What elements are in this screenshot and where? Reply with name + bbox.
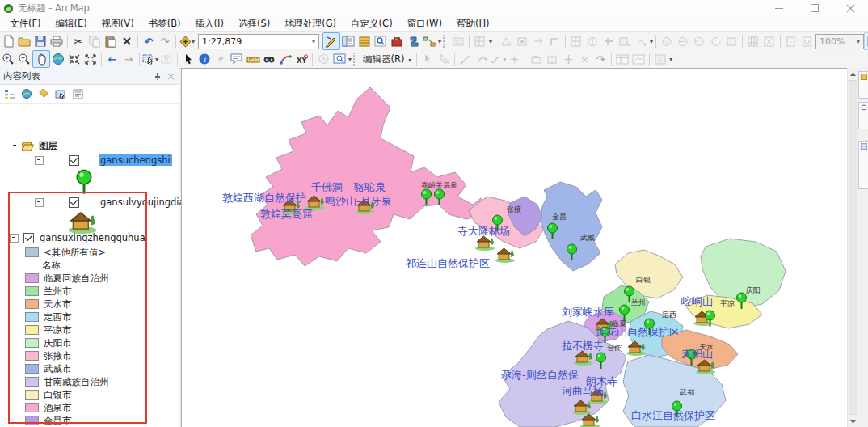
toolbar-overflow-icon[interactable]: ▾ <box>438 38 441 45</box>
collapse-icon[interactable] <box>35 156 44 165</box>
menubar-item[interactable]: 自定义(C) <box>343 16 400 31</box>
layer-checkbox[interactable] <box>69 155 79 166</box>
dock-tab-search[interactable] <box>858 102 868 129</box>
layer-row-gansuchengshi[interactable]: gansuchengshi <box>35 154 172 167</box>
arctoolbox-button[interactable] <box>389 33 405 49</box>
time-slider-button[interactable] <box>315 51 331 67</box>
zoom-in-button[interactable] <box>0 51 16 67</box>
python-window-button[interactable] <box>405 33 421 49</box>
rotate-tool-button[interactable] <box>576 51 592 67</box>
hyperlink-button[interactable] <box>213 51 229 67</box>
split-button[interactable] <box>560 51 576 67</box>
menubar-item[interactable]: 文件(F) <box>2 16 48 31</box>
create-features-button[interactable] <box>652 51 668 67</box>
layer-row-gansulvyoujingdian[interactable]: gansulvyoujingdian <box>35 196 192 209</box>
measure-button[interactable] <box>245 51 261 67</box>
scale-combobox[interactable]: 1:27,879 ▾ <box>198 34 319 49</box>
clear-selection-button[interactable] <box>158 51 175 67</box>
full-extent-button[interactable] <box>50 51 66 67</box>
poi-pin-icon[interactable] <box>704 310 716 330</box>
menubar-item[interactable]: 选择(S) <box>231 16 277 31</box>
toc-close-icon[interactable] <box>167 73 175 80</box>
menubar-item[interactable]: 编辑(E) <box>48 16 95 31</box>
copy-button[interactable] <box>86 33 103 49</box>
scroll-down-arrow-icon[interactable] <box>848 416 858 427</box>
poi-pin-icon[interactable] <box>433 188 445 209</box>
collapse-icon[interactable] <box>11 142 19 150</box>
paste-button[interactable] <box>103 33 119 49</box>
layer-name[interactable]: gansuchengshi <box>99 154 172 166</box>
maximize-button[interactable] <box>797 0 832 16</box>
collapse-icon[interactable] <box>10 234 19 243</box>
select-elements-button[interactable] <box>180 51 196 67</box>
toc-window-button[interactable] <box>340 33 356 49</box>
redo-button[interactable]: ↷ <box>157 33 173 49</box>
delete-button[interactable] <box>119 33 135 49</box>
modelbuilder-button[interactable] <box>421 33 437 49</box>
toolbar-overflow-icon[interactable]: ▾ <box>669 56 672 63</box>
poi-pin-icon[interactable] <box>595 352 607 372</box>
menubar-item[interactable]: 书签(B) <box>141 16 188 31</box>
menubar-item[interactable]: 地理处理(G) <box>277 16 343 31</box>
reshape-feature-button[interactable] <box>528 51 544 67</box>
poi-pin-icon[interactable] <box>546 222 558 243</box>
cut-button[interactable]: ✂ <box>70 33 86 49</box>
goto-xy-button[interactable]: XY <box>293 51 310 67</box>
undo-edit-button[interactable]: ↷ <box>592 51 609 67</box>
scrollbar-thumb[interactable] <box>849 80 857 415</box>
close-button[interactable] <box>832 0 868 16</box>
viewer-window-button[interactable] <box>331 51 348 67</box>
poi-hut-icon[interactable] <box>626 340 647 358</box>
save-button[interactable] <box>32 33 48 49</box>
collapse-icon[interactable] <box>35 198 44 207</box>
print-button[interactable] <box>48 33 65 49</box>
sketch-properties-button[interactable] <box>630 51 647 67</box>
list-by-drawing-order-button[interactable] <box>2 87 17 101</box>
fixed-zoom-out-button[interactable] <box>82 51 99 67</box>
new-document-button[interactable] <box>0 33 16 49</box>
layer-row-gansuxingzhengquhua[interactable]: gansuxingzhengquhua <box>10 231 147 244</box>
list-by-source-button[interactable] <box>19 87 34 101</box>
data-view-button[interactable] <box>864 32 868 50</box>
point-tool-button[interactable] <box>506 51 522 67</box>
pan-tool-button[interactable] <box>32 50 50 68</box>
add-data-button[interactable]: ▾ <box>179 33 195 49</box>
poi-pin-icon[interactable] <box>566 243 578 264</box>
identify-button[interactable]: i <box>196 51 213 67</box>
zoom-percent-combobox[interactable]: 100% ▾ <box>815 34 864 49</box>
editor-menu-button[interactable]: 编辑器(R) ▾ <box>360 53 414 66</box>
poi-hut-icon[interactable] <box>579 412 600 427</box>
menubar-item[interactable]: 窗口(W) <box>400 16 449 31</box>
toolbar-overflow-icon[interactable]: ▾ <box>348 56 352 63</box>
layer-name[interactable]: gansuxingzhengquhua <box>38 232 147 243</box>
poi-hut-icon[interactable] <box>495 247 516 265</box>
straight-segment-button[interactable] <box>457 51 474 67</box>
map-vertical-scrollbar[interactable] <box>847 68 858 427</box>
sketch-tool-toggle[interactable] <box>322 32 340 50</box>
list-by-selection-button[interactable] <box>53 87 68 101</box>
menubar-item[interactable]: 插入(I) <box>188 16 231 31</box>
minimize-button[interactable] <box>761 0 797 16</box>
open-folder-button[interactable] <box>16 33 32 49</box>
map-view[interactable]: 嘉峪关温泉张掖金昌武威白银兰州定西庆阳平凉临夏合作天水武都千佛洞骆驼泉敦煌西湖自… <box>181 68 848 427</box>
undo-button[interactable]: ↶ <box>141 33 157 49</box>
attributes-button[interactable] <box>614 51 630 67</box>
cut-polygons-button[interactable] <box>544 51 560 67</box>
fixed-zoom-in-button[interactable] <box>66 51 82 67</box>
trace-button[interactable]: ▾ <box>490 51 506 67</box>
scroll-up-arrow-icon[interactable] <box>848 68 858 79</box>
select-features-button[interactable]: ▾ <box>142 51 158 67</box>
zoom-out-button[interactable] <box>16 51 32 67</box>
find-button[interactable] <box>261 51 277 67</box>
edit-annotation-button[interactable]: A <box>436 51 452 67</box>
menubar-item[interactable]: 视图(V) <box>95 16 141 31</box>
html-popup-button[interactable] <box>229 51 245 67</box>
toc-options-button[interactable] <box>70 87 85 101</box>
auto-hide-pin-icon[interactable] <box>154 72 162 80</box>
search-window-button[interactable] <box>373 33 389 49</box>
list-by-visibility-button[interactable] <box>36 87 51 101</box>
layer-name[interactable]: gansulvyoujingdian <box>99 197 192 208</box>
layer-checkbox[interactable] <box>69 197 79 208</box>
dock-tab-image-analysis[interactable] <box>858 141 868 189</box>
go-back-extent-button[interactable]: ← <box>104 51 120 67</box>
